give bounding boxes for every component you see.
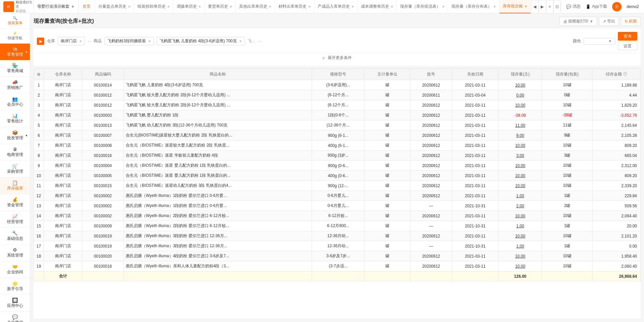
tab-close-icon[interactable]: ×	[230, 4, 232, 9]
qty-link[interactable]: 10.00	[498, 141, 542, 151]
sidebar-item-retail-stats[interactable]: 📊 零售统计	[0, 110, 30, 127]
tab-close-icon[interactable]: ×	[308, 4, 311, 9]
qty-link[interactable]: 10.00	[498, 181, 542, 191]
tab-expand-btn[interactable]: ⊡	[553, 0, 561, 13]
qty-link[interactable]: 11.00	[498, 120, 542, 130]
qty-link[interactable]: 10.00	[498, 161, 542, 171]
sidebar-item-ecommerce[interactable]: 🖥 电商管理	[0, 144, 30, 161]
tab-home[interactable]: 首页	[78, 0, 95, 13]
tab-item[interactable]: 组装拆卸单历史 ×	[134, 0, 173, 13]
tab-item[interactable]: 调拨单历史 ×	[173, 0, 205, 13]
tab-close-icon[interactable]: ×	[352, 4, 354, 9]
qty-link[interactable]: 1.00	[498, 221, 542, 231]
tab-close-icon-active[interactable]: ×	[525, 4, 527, 9]
table-row: 5南岸门店00100013飞鹤星飞帆 幼儿配方奶粉 3段(12-36个月幼儿适用…	[34, 120, 641, 130]
qty-link[interactable]: 10.00	[498, 100, 542, 110]
qty-link[interactable]: 1.00	[498, 241, 542, 251]
tab-close-all-btn[interactable]: ×	[546, 0, 553, 13]
table-row: 19南岸门店00100018惠氏启膳（Wyeth illuma）亲和人体儿童配方…	[34, 261, 641, 271]
sidebar-item-member[interactable]: 👥 会员中心	[0, 94, 30, 110]
sidebar-item-retail-mall[interactable]: 🏪 零售商城	[0, 60, 30, 77]
tab-item[interactable]: 产成品入库单历史 ×	[314, 0, 358, 13]
col-settings[interactable]: ⚙	[34, 69, 44, 80]
qty-link[interactable]: 3.00	[498, 151, 542, 161]
quick-nav-btn[interactable]: ⚡ 快捷导航	[0, 29, 30, 44]
tab-close-icon[interactable]: ×	[391, 4, 393, 9]
search-menu-btn[interactable]: 🔍 搜索菜单	[0, 13, 30, 29]
print-icon: 🖨	[563, 19, 567, 24]
print-btn[interactable]: 🖨 按模板打印 ▼	[559, 17, 597, 26]
table-cell: (3-7步适...	[312, 261, 365, 271]
tab-close-icon[interactable]: ×	[493, 4, 496, 9]
goods1-close-icon[interactable]: ×	[149, 39, 151, 44]
tab-close-icon[interactable]: ×	[269, 4, 271, 9]
info-icon[interactable]: ①	[623, 72, 627, 76]
query-button[interactable]: 查询	[618, 32, 637, 41]
color-select-wrapper[interactable]: ▼	[584, 38, 615, 45]
qty-link[interactable]: 10.00	[498, 251, 542, 261]
qty-link[interactable]: 0.00	[498, 90, 542, 100]
sidebar-item-business[interactable]: 📈 经营管理	[0, 211, 30, 228]
tab-item[interactable]: 材料出库单历史 ×	[275, 0, 314, 13]
tab-item[interactable]: 其他出库单历史 ×	[236, 0, 275, 13]
tab-item[interactable]: 分量盘点单历史 ×	[95, 0, 134, 13]
app-download-btn[interactable]: 📱 App下载	[586, 4, 607, 9]
wholesale-icon: 📦	[12, 130, 18, 135]
sidebar-item-purchase[interactable]: 🛒 采购管理	[0, 161, 30, 177]
table-cell: 10罐	[542, 161, 592, 171]
user-avatar[interactable]: D	[612, 2, 622, 11]
table-scroll[interactable]: ⚙ 仓库名称 商品编码 商品名称 规格型号 主计量单位 批号 失效日期 现存量(…	[34, 68, 641, 319]
tab-close-icon[interactable]: ×	[442, 4, 444, 9]
tab-item[interactable]: 成本调整单历史 ×	[358, 0, 397, 13]
warehouse-filter[interactable]: 南岸门店 ×	[58, 37, 85, 45]
sidebar-item-marketing[interactable]: 📣 营销推广	[0, 77, 30, 94]
qty-link[interactable]: 10.00	[498, 231, 542, 241]
nav-icon: ⚡	[2, 31, 28, 36]
filter-expand-arrow[interactable]: ▶	[37, 38, 44, 45]
settings-button[interactable]: 设置	[618, 42, 637, 50]
qty-link[interactable]: 9.00	[498, 130, 542, 141]
tab-close-icon[interactable]: ×	[199, 4, 201, 9]
qty-link[interactable]: 2.00	[498, 201, 542, 211]
export-btn[interactable]: ↗ 导出	[599, 17, 619, 26]
sidebar-item-wechat[interactable]: 💬 企业微信	[0, 312, 30, 322]
tab-item[interactable]: 现存量（库存状况表） ×	[397, 0, 448, 13]
table-cell: -3,652.76	[593, 110, 641, 120]
sidebar-item-basic[interactable]: 🔧 基础信息	[0, 228, 30, 245]
table-row: 11南岸门店00100015合生元（BIOSTIME）派星幼儿配方奶粉 3段 乳…	[34, 181, 641, 191]
sidebar-item-finance[interactable]: 💰 资金管理	[0, 194, 30, 211]
sidebar-item-guide[interactable]: 🌟 新手引导	[0, 278, 30, 295]
tab-item[interactable]: 要货单历史 ×	[205, 0, 236, 13]
sidebar-item-inventory[interactable]: 📋 库存核算	[0, 177, 30, 194]
tab-close-icon[interactable]: ×	[167, 4, 170, 9]
filter-row: ▶ 仓库 南岸门店 × ··· 商品 飞鹤奶粉3段同捆搭装 × 飞鹤星飞帆 儿童…	[37, 32, 637, 50]
settings-icon[interactable]: ⚙	[37, 72, 41, 77]
tab-next-btn[interactable]: ▶	[539, 0, 546, 13]
tab-item[interactable]: 现存量（库存分布表） ×	[448, 0, 499, 13]
sidebar-item-collab[interactable]: 🤝 企业协同	[0, 261, 30, 278]
goods-filter-1[interactable]: 飞鹤奶粉3段同捆搭装 ×	[104, 37, 154, 45]
qty-link[interactable]: 10.00	[498, 211, 542, 221]
refresh-btn[interactable]: ↻ 刷新	[621, 17, 641, 26]
goods2-close-icon[interactable]: ×	[239, 39, 242, 44]
tab-close-icon[interactable]: ×	[128, 4, 130, 9]
sidebar-item-retail-mgmt[interactable]: 🛍 零售管理 ▼	[0, 44, 30, 60]
warehouse-close-icon[interactable]: ×	[79, 39, 82, 44]
expand-conditions-btn[interactable]: ⩗ 展开更多条件	[37, 53, 637, 62]
qty-link[interactable]: 10.00	[498, 171, 542, 181]
table-cell: 00100009	[82, 221, 124, 231]
qty-link[interactable]: 1.00	[498, 191, 542, 201]
table-row: 8南岸门店00100016合生元（BIOSTIME）派星 学龄前儿童配方奶粉 4…	[34, 151, 641, 161]
tab-item-active[interactable]: 库存批次账 ×	[499, 0, 531, 13]
sidebar-item-wholesale[interactable]: 📦 批发管理 ▼	[0, 127, 30, 144]
table-cell: 2021-03-11	[452, 191, 498, 201]
message-btn[interactable]: 💬 消息	[566, 4, 581, 9]
sidebar-item-apps[interactable]: 🔲 应用中心	[0, 295, 30, 312]
qty-link[interactable]: 10.00	[498, 261, 542, 271]
table-cell: 4	[34, 110, 44, 120]
tab-prev-btn[interactable]: ◀	[531, 0, 539, 13]
sidebar-item-system[interactable]: ⚙ 系统管理	[0, 245, 30, 261]
goods-filter-2[interactable]: 飞鹤星飞帆 儿童奶粉 4段(3-6岁适用) 700克 ×	[157, 37, 245, 45]
qty-link[interactable]: 10.00	[498, 80, 542, 90]
account-selector[interactable]: 母婴行业演示账套 ▼	[34, 0, 78, 13]
